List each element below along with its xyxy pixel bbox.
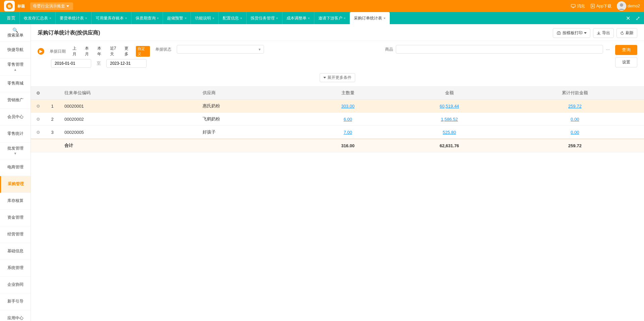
col-header-gear[interactable]: ⚙ bbox=[31, 87, 46, 100]
tab-picktask-close-icon[interactable]: × bbox=[276, 16, 278, 20]
settings-button[interactable]: 设置 bbox=[615, 57, 637, 67]
refresh-label: 刷新 bbox=[626, 30, 634, 36]
tab-config-close-icon[interactable]: × bbox=[240, 16, 242, 20]
row-paid[interactable]: 0.00 bbox=[506, 126, 644, 139]
tab-funcnote-close-icon[interactable]: × bbox=[212, 16, 214, 20]
date-filter-label: 单据日期 bbox=[50, 49, 66, 54]
tab-funcnote[interactable]: 功能说明 × bbox=[191, 12, 219, 24]
row-qty[interactable]: 7.00 bbox=[303, 126, 393, 139]
row-gear-icon: ⚙ bbox=[36, 130, 40, 135]
sidebar-item-member[interactable]: 会员中心 bbox=[0, 109, 31, 126]
shortcut-7days[interactable]: 近7天 bbox=[109, 45, 121, 58]
date-to-input[interactable] bbox=[106, 59, 147, 68]
filter-toggle-button[interactable]: ▶ bbox=[38, 48, 44, 55]
tab-expiry-close-icon[interactable]: × bbox=[157, 16, 159, 20]
logo-text: 标题 bbox=[17, 4, 25, 9]
col-header-index bbox=[46, 87, 59, 100]
sidebar-item-wholesale[interactable]: 批发管理 ▼ bbox=[0, 143, 31, 159]
expand-more-label: 展开更多条件 bbox=[327, 75, 352, 81]
sidebar-item-purchase[interactable]: 采购管理 bbox=[0, 176, 31, 193]
row-gear-cell[interactable]: ⚙ bbox=[31, 113, 46, 126]
sidebar-item-ecommerce[interactable]: 电商管理 bbox=[0, 159, 31, 176]
footer-paid-cell: 259.72 bbox=[506, 139, 644, 152]
sidebar-item-newguide[interactable]: 新手引导 bbox=[0, 293, 31, 310]
tab-close-all-icon[interactable]: ✕ bbox=[625, 14, 632, 23]
sidebar-item-system[interactable]: 系统管理 bbox=[0, 260, 31, 277]
sidebar-item-basic[interactable]: 基础信息 bbox=[0, 243, 31, 260]
refresh-icon bbox=[620, 31, 624, 35]
tab-requisition-close-icon[interactable]: × bbox=[85, 16, 87, 20]
sidebar-item-shop[interactable]: 零售商城 bbox=[0, 75, 31, 92]
search-actions: 查询 设置 bbox=[615, 45, 637, 67]
tab-config[interactable]: 配置信息 × bbox=[219, 12, 247, 24]
tab-purchase-stat[interactable]: 采购订单统计表 × bbox=[350, 12, 390, 24]
tab-requisition[interactable]: 要货单统计表 × bbox=[56, 12, 92, 24]
message-button[interactable]: 消息 bbox=[571, 3, 585, 9]
tab-receive-close-icon[interactable]: × bbox=[49, 16, 51, 20]
row-paid[interactable]: 0.00 bbox=[506, 113, 644, 126]
tab-expand-icon[interactable]: ⤢ bbox=[634, 14, 641, 23]
row-amount[interactable]: 60,519.44 bbox=[393, 100, 506, 113]
table-row[interactable]: ⚙ 1 00020001 惠氏奶粉 303.00 60,519.44 259.7… bbox=[31, 100, 644, 113]
row-amount[interactable]: 1,586.52 bbox=[393, 113, 506, 126]
shortcut-this-year[interactable]: 本年 bbox=[96, 45, 106, 58]
row-gear-cell[interactable]: ⚙ bbox=[31, 126, 46, 139]
tab-expiry[interactable]: 保质期查询 × bbox=[131, 12, 163, 24]
row-qty[interactable]: 6.00 bbox=[303, 113, 393, 126]
tab-available-close-icon[interactable]: × bbox=[125, 16, 127, 20]
tab-home[interactable]: 首页 bbox=[3, 12, 20, 24]
print-template-button[interactable]: 按模板打印 bbox=[553, 28, 590, 38]
status-filter-label: 单据状态 bbox=[155, 47, 171, 52]
export-label: 导出 bbox=[602, 30, 610, 36]
tab-costadjust-close-icon[interactable]: × bbox=[308, 16, 310, 20]
shortcut-last-month[interactable]: 上月 bbox=[71, 45, 82, 58]
tab-picktask[interactable]: 拣货任务管理 × bbox=[247, 12, 282, 24]
sidebar-item-appcenter[interactable]: 应用中心 bbox=[0, 310, 31, 321]
expand-more-button[interactable]: 展开更多条件 bbox=[320, 73, 355, 82]
sidebar-item-marketing[interactable]: 营销推广 bbox=[0, 92, 31, 109]
sidebar-item-inventory[interactable]: 库存核算 bbox=[0, 193, 31, 210]
tab-available[interactable]: 可用量库存账本 × bbox=[92, 12, 131, 24]
shortcut-this-month[interactable]: 本月 bbox=[84, 45, 94, 58]
tab-receive[interactable]: 收发存汇总表 × bbox=[20, 12, 56, 24]
row-amount[interactable]: 525.80 bbox=[393, 126, 506, 139]
sidebar-item-retail[interactable]: 零售管理 ▲ bbox=[0, 59, 31, 75]
more-options-icon[interactable]: ··· bbox=[606, 47, 610, 52]
sidebar-item-enterprise-label: 企业协同 bbox=[7, 282, 23, 287]
row-paid[interactable]: 259.72 bbox=[506, 100, 644, 113]
app-download-button[interactable]: App下载 bbox=[590, 3, 611, 9]
sidebar-item-enterprise[interactable]: 企业协同 bbox=[0, 277, 31, 293]
sidebar-item-operations[interactable]: 经营管理 bbox=[0, 226, 31, 243]
product-input[interactable] bbox=[396, 45, 603, 54]
row-qty[interactable]: 303.00 bbox=[303, 100, 393, 113]
sidebar-item-quicknav[interactable]: 快捷导航 bbox=[0, 42, 31, 59]
refresh-button[interactable]: 刷新 bbox=[616, 28, 637, 38]
footer-index-cell bbox=[46, 139, 59, 152]
sidebar-item-finance[interactable]: 资金管理 bbox=[0, 210, 31, 226]
page-wrapper: 采购订单统计表(按供应商) 按模板打印 bbox=[31, 24, 644, 321]
tab-costadjust[interactable]: 成本调整单 × bbox=[282, 12, 314, 24]
sidebar-item-retail-stat[interactable]: 零售统计 bbox=[0, 126, 31, 143]
tab-purchase-stat-close-icon[interactable]: × bbox=[383, 16, 385, 20]
tab-overstock[interactable]: 超储预警 × bbox=[163, 12, 191, 24]
date-from-input[interactable] bbox=[51, 59, 91, 68]
workspace-selector[interactable]: 母婴行业演示账套 bbox=[30, 2, 73, 10]
user-menu[interactable]: demo2 bbox=[617, 1, 640, 11]
row-gear-cell[interactable]: ⚙ bbox=[31, 100, 46, 113]
gear-icon: ⚙ bbox=[36, 91, 40, 96]
tab-funcnote-label: 功能说明 bbox=[195, 15, 211, 21]
table-row[interactable]: ⚙ 3 00020005 好孩子 7.00 525.80 0.00 bbox=[31, 126, 644, 139]
tab-overstock-close-icon[interactable]: × bbox=[184, 16, 186, 20]
status-select[interactable] bbox=[177, 45, 264, 54]
search-button[interactable]: 查询 bbox=[615, 45, 637, 55]
tab-invitecust[interactable]: 邀请下游客户 × bbox=[314, 12, 350, 24]
sidebar-item-search[interactable]: 🔍 搜索菜单 bbox=[0, 24, 31, 42]
sidebar-item-ecommerce-label: 电商管理 bbox=[7, 165, 23, 170]
export-button[interactable]: 导出 bbox=[593, 28, 614, 38]
sidebar-item-retail-label: 零售管理 bbox=[7, 62, 23, 67]
shortcut-more[interactable]: 更多 bbox=[123, 45, 133, 58]
wholesale-arrow-icon: ▼ bbox=[14, 152, 17, 155]
row-gear-icon: ⚙ bbox=[36, 104, 40, 109]
table-row[interactable]: ⚙ 2 00020002 飞鹤奶粉 6.00 1,586.52 0.00 bbox=[31, 113, 644, 126]
tab-invitecust-close-icon[interactable]: × bbox=[344, 16, 346, 20]
